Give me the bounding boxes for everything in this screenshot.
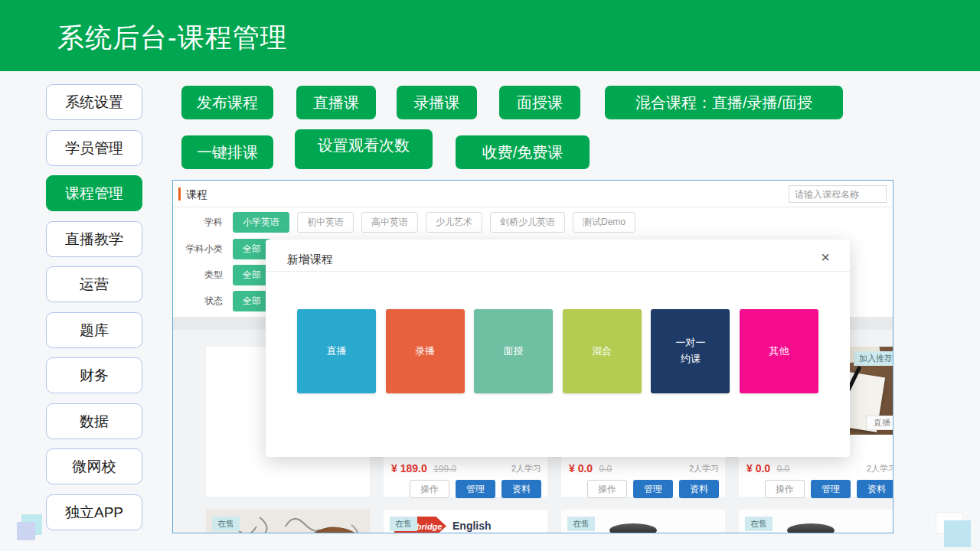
price-original: 199.0 [433, 464, 456, 474]
onsale-badge: 在售 [745, 517, 773, 531]
filter-label-subcategory: 学科小类 [173, 243, 223, 256]
feature-mixed-course[interactable]: 混合课程：直播/录播/面授 [605, 86, 843, 119]
price-row: ¥ 0.0 0.0 2人学习 [569, 461, 719, 475]
feature-view-limit[interactable]: 设置观看次数 [295, 129, 433, 169]
student-count: 2人学习 [867, 463, 893, 474]
price-current: ¥ 0.0 [569, 462, 593, 474]
card-actions: 操作 管理 资料 [765, 480, 893, 498]
filter-option-kids-art[interactable]: 少儿艺术 [426, 212, 482, 233]
card-actions: 操作 管理 资料 [587, 480, 719, 498]
onsale-badge: 在售 [567, 517, 595, 531]
course-card-6[interactable]: 在售 [561, 510, 725, 533]
operate-button[interactable]: 操作 [410, 480, 449, 498]
feature-recorded-class[interactable]: 录播课 [397, 86, 477, 119]
feature-offline-class[interactable]: 面授课 [499, 86, 580, 119]
sidebar-item-student-mgmt[interactable]: 学员管理 [46, 130, 142, 166]
course-type-label: 直播 [327, 344, 347, 360]
course-card-4[interactable]: 在售 [206, 510, 370, 533]
filter-option-cambridge-kids-english[interactable]: 剑桥少儿英语 [490, 212, 565, 233]
price-row: ¥ 189.0 199.0 2人学习 [391, 461, 541, 475]
course-type-label: 混合 [592, 344, 612, 360]
material-button[interactable]: 资料 [501, 480, 541, 498]
add-course-modal: 新增课程 × 直播 录播 面授 混合 一对一 约课 其他 [266, 240, 850, 457]
modal-title: 新增课程 [287, 253, 333, 267]
filter-option-junior-english[interactable]: 初中英语 [297, 212, 354, 233]
course-type-live[interactable]: 直播 [297, 309, 376, 393]
course-type-other[interactable]: 其他 [740, 309, 818, 393]
close-icon[interactable]: × [821, 249, 830, 265]
feature-paid-free-class[interactable]: 收费/免费课 [456, 135, 590, 169]
decor-square-lavender-left [17, 522, 35, 540]
course-type-recorded[interactable]: 录播 [386, 309, 465, 393]
filter-label-type: 类型 [173, 269, 223, 282]
decor-square-cyan-right [944, 520, 971, 547]
panel-title: 课程 [186, 188, 207, 202]
feature-one-click-schedule[interactable]: 一键排课 [181, 135, 273, 169]
student-count: 2人学习 [511, 463, 541, 474]
material-button[interactable]: 资料 [679, 480, 719, 498]
onsale-badge: 在售 [212, 517, 240, 531]
manage-button[interactable]: 管理 [633, 480, 673, 498]
sidebar-item-question-bank[interactable]: 题库 [46, 312, 142, 348]
sidebar-item-data[interactable]: 数据 [46, 403, 142, 439]
filter-label-status: 状态 [173, 295, 223, 308]
course-card-5[interactable]: Cambridge English Qualifications 在售 [384, 510, 547, 533]
card-actions: 操作 管理 资料 [410, 480, 541, 498]
price-current: ¥ 189.0 [391, 462, 427, 474]
course-type-offline[interactable]: 面授 [474, 309, 553, 393]
filter-row-subject: 小学英语 初中英语 高中英语 少儿艺术 剑桥少儿英语 测试Demo [233, 212, 635, 233]
feature-live-class[interactable]: 直播课 [296, 86, 376, 119]
course-type-label: 其他 [769, 344, 789, 360]
material-button[interactable]: 资料 [857, 480, 893, 498]
course-type-label: 面授 [504, 344, 524, 360]
manage-button[interactable]: 管理 [811, 480, 851, 498]
feature-publish-course[interactable]: 发布课程 [181, 86, 273, 119]
photo-cylinder-top [787, 523, 835, 533]
course-type-label: 一对一 [675, 335, 705, 351]
course-type-label: 录播 [415, 344, 435, 360]
operate-button[interactable]: 操作 [587, 480, 627, 498]
sidebar-item-live-teaching[interactable]: 直播教学 [46, 221, 142, 257]
filter-label-subject: 学科 [173, 216, 223, 229]
sidebar-item-micro-school[interactable]: 微网校 [46, 448, 142, 484]
price-original: 0.0 [599, 464, 612, 474]
header-bar: 系统后台-课程管理 [0, 0, 980, 71]
price-current: ¥ 0.0 [746, 462, 770, 474]
modal-divider [266, 271, 850, 272]
course-type-one-on-one[interactable]: 一对一 约课 [651, 309, 730, 393]
onsale-badge: 在售 [390, 517, 417, 531]
sidebar-item-system-settings[interactable]: 系统设置 [46, 84, 142, 120]
price-row: ¥ 0.0 0.0 2人学习 [746, 461, 893, 475]
filter-option-test-demo[interactable]: 测试Demo [573, 212, 635, 233]
manage-button[interactable]: 管理 [456, 480, 495, 498]
photo-cylinder-top [609, 523, 657, 533]
sidebar-item-course-mgmt[interactable]: 课程管理 [46, 175, 142, 211]
recommend-badge[interactable]: 加入推荐 [854, 351, 893, 366]
page-title: 系统后台-课程管理 [57, 20, 288, 56]
sidebar-item-standalone-app[interactable]: 独立APP [46, 494, 142, 530]
course-type-row: 直播 录播 面授 混合 一对一 约课 其他 [297, 309, 818, 393]
filter-option-senior-english[interactable]: 高中英语 [361, 212, 418, 233]
operate-button[interactable]: 操作 [765, 480, 805, 498]
panel-accent-bar [178, 187, 181, 201]
page: 系统后台-课程管理 系统设置 学员管理 课程管理 直播教学 运营 题库 财务 数… [0, 0, 980, 551]
sidebar-item-operations[interactable]: 运营 [46, 266, 142, 302]
price-original: 0.0 [777, 464, 790, 474]
course-type-mixed[interactable]: 混合 [563, 309, 642, 393]
cambridge-text: English Qualifications [452, 520, 547, 533]
student-count: 2人学习 [689, 463, 719, 474]
filter-option-primary-english[interactable]: 小学英语 [233, 212, 289, 233]
search-input[interactable] [789, 185, 887, 203]
sidebar-item-finance[interactable]: 财务 [46, 357, 142, 393]
course-type-label: 约课 [681, 351, 701, 367]
panel-header: 课程 [173, 181, 893, 207]
course-card-7[interactable]: 在售 [739, 510, 893, 533]
live-type-tag: 直播 [866, 416, 893, 430]
